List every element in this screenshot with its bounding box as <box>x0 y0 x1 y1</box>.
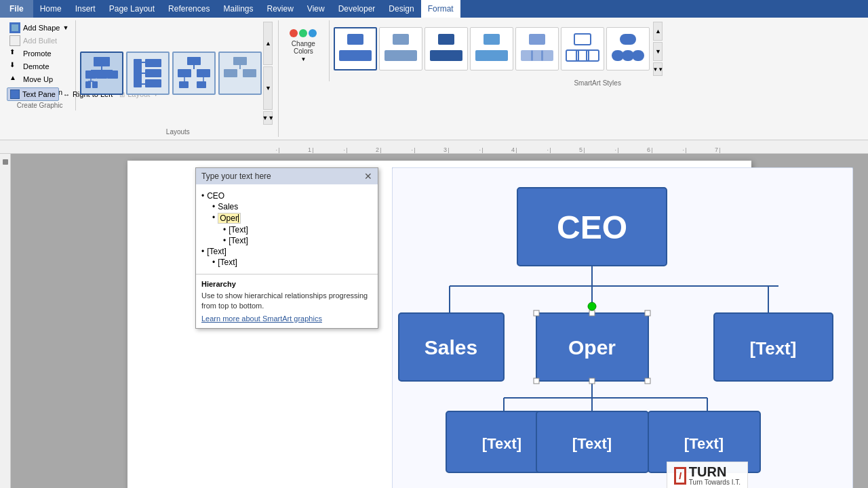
watermark: I TURN Turn Towards I.T. <box>667 462 748 488</box>
tp-text-4: [Text] <box>218 258 237 267</box>
layouts-label: Layouts <box>77 128 278 136</box>
tp-item-ceo: • CEO <box>201 191 372 201</box>
svg-rect-25 <box>233 57 247 65</box>
svg-text:[Text]: [Text] <box>572 435 612 452</box>
smartart-style-4[interactable] <box>470 27 513 70</box>
svg-rect-37 <box>438 34 454 45</box>
promote-button[interactable]: ⬆ Promote <box>7 47 71 60</box>
menu-home[interactable]: Home <box>33 0 68 18</box>
text-pane-title: Type your text here <box>201 171 271 181</box>
svg-rect-53 <box>620 34 636 45</box>
smartart-style-7[interactable] <box>606 27 650 70</box>
smartart-scroll-down[interactable]: ▼ <box>653 42 663 61</box>
menu-design[interactable]: Design <box>382 0 420 18</box>
menu-insert[interactable]: Insert <box>68 0 102 18</box>
layout-thumb-1[interactable] <box>80 52 123 95</box>
smartart-scroll-expand[interactable]: ▼▼ <box>653 62 663 76</box>
layouts-group: ▲ ▼ ▼▼ Layouts <box>77 20 279 137</box>
svg-text:[Text]: [Text] <box>482 435 521 452</box>
svg-rect-49 <box>574 34 591 45</box>
svg-rect-27 <box>224 69 237 77</box>
smartart-scroll-up[interactable]: ▲ <box>653 22 663 41</box>
menu-review[interactable]: Review <box>260 0 300 18</box>
menu-developer[interactable]: Developer <box>332 0 382 18</box>
svg-rect-44 <box>496 50 508 61</box>
layout-scroll-expand[interactable]: ▼▼ <box>263 111 273 125</box>
layout-thumb-3[interactable] <box>172 52 216 95</box>
menu-format[interactable]: Format <box>421 0 460 18</box>
svg-rect-56 <box>632 50 644 61</box>
svg-rect-75 <box>589 310 595 316</box>
svg-point-80 <box>588 302 596 310</box>
document-area: Type your text here ✕ • CEO • Sales <box>11 154 868 488</box>
menu-mailings[interactable]: Mailings <box>216 0 260 18</box>
text-pane-header: Type your text here ✕ <box>196 168 378 184</box>
menu-references[interactable]: References <box>161 0 216 18</box>
ribbon: Add Shape ▼ Add Bullet ⬆ Promote ⬇ Demot… <box>0 18 868 140</box>
learn-more-link[interactable]: Learn more about SmartArt graphics <box>201 314 322 323</box>
layout-scroll-down[interactable]: ▼ <box>263 66 273 110</box>
demote-button[interactable]: ⬇ Demote <box>7 60 71 73</box>
svg-rect-22 <box>179 81 189 88</box>
layout-thumb-4[interactable] <box>218 52 262 95</box>
smartart-style-1[interactable] <box>334 27 377 70</box>
tp-item-oper: • Oper <box>201 213 372 224</box>
svg-rect-16 <box>145 79 161 87</box>
svg-text:CEO: CEO <box>557 209 627 245</box>
add-shape-button[interactable]: Add Shape ▼ <box>7 22 71 34</box>
main-area: Type your text here ✕ • CEO • Sales <box>0 154 868 488</box>
add-bullet-button[interactable]: Add Bullet <box>7 35 71 47</box>
hierarchy-description: Use to show hierarchical relationships p… <box>201 291 372 312</box>
svg-rect-14 <box>145 59 161 67</box>
tp-item-sales: • Sales <box>201 202 372 211</box>
svg-rect-74 <box>534 310 539 316</box>
svg-rect-3 <box>85 70 96 79</box>
tp-item-text2: • [Text] <box>201 236 372 245</box>
text-pane-close-button[interactable]: ✕ <box>364 171 372 182</box>
hierarchy-title: Hierarchy <box>201 280 372 288</box>
menu-page-layout[interactable]: Page Layout <box>102 0 161 18</box>
text-pane-footer: Hierarchy Use to show hierarchical relat… <box>196 274 378 328</box>
tp-text-ceo: CEO <box>207 191 224 201</box>
create-graphic-group: Add Shape ▼ Add Bullet ⬆ Promote ⬇ Demot… <box>4 20 76 110</box>
svg-rect-40 <box>450 50 462 61</box>
svg-rect-5 <box>107 70 118 79</box>
svg-rect-33 <box>393 34 409 45</box>
tp-text-oper: Oper <box>220 214 238 223</box>
svg-rect-4 <box>96 70 107 79</box>
svg-text:[Text]: [Text] <box>684 435 724 452</box>
menu-view[interactable]: View <box>300 0 332 18</box>
layout-thumb-2[interactable] <box>126 52 170 95</box>
smartart-style-6[interactable] <box>561 27 604 70</box>
smartart-styles-label: SmartArt Styles <box>331 79 864 87</box>
tp-item-text1: • [Text] <box>201 225 372 235</box>
svg-rect-9 <box>92 81 98 88</box>
watermark-brand: TURN <box>689 465 741 479</box>
change-colors-label: Change Colors <box>288 40 318 55</box>
smartart-diagram: CEO Sales Oper <box>392 167 853 488</box>
layout-scroll-up[interactable]: ▲ <box>263 22 273 65</box>
smartart-styles-group: ▲ ▼ ▼▼ SmartArt Styles <box>331 20 864 88</box>
document-page: Type your text here ✕ • CEO • Sales <box>127 161 751 488</box>
smartart-style-5[interactable] <box>515 27 559 70</box>
menu-file[interactable]: File <box>0 0 33 18</box>
svg-rect-77 <box>534 378 539 384</box>
svg-text:Oper: Oper <box>568 336 616 359</box>
move-up-button[interactable]: ▲ Move Up <box>7 73 71 85</box>
svg-rect-8 <box>85 81 91 88</box>
left-sidebar <box>0 154 11 488</box>
smartart-svg: CEO Sales Oper <box>392 167 853 488</box>
svg-rect-15 <box>145 69 161 77</box>
svg-rect-0 <box>94 57 110 66</box>
change-colors-button[interactable]: Change Colors ▼ <box>283 26 323 65</box>
svg-text:[Text]: [Text] <box>750 338 797 359</box>
svg-rect-10 <box>134 59 142 87</box>
smartart-style-2[interactable] <box>379 27 422 70</box>
sidebar-toggle[interactable] <box>3 159 8 165</box>
svg-rect-17 <box>187 57 201 65</box>
tp-item-text3: • [Text] <box>201 247 372 256</box>
watermark-i-icon: I <box>674 467 686 485</box>
text-pane-button[interactable]: Text Pane <box>7 87 59 101</box>
watermark-text: TURN Turn Towards I.T. <box>689 465 741 486</box>
smartart-style-3[interactable] <box>425 27 468 70</box>
